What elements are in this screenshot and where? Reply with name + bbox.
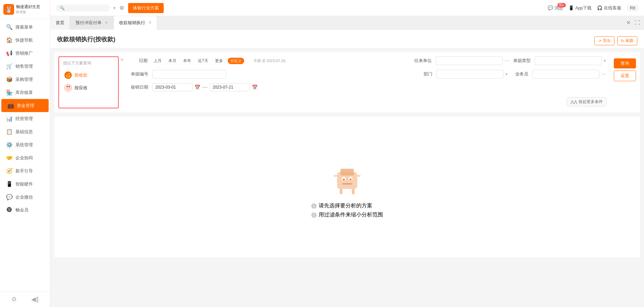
sidebar-item-finance-label: 资金管理 bbox=[17, 103, 34, 109]
wechat-icon: 💬 bbox=[6, 194, 13, 200]
sidebar-item-operations[interactable]: 📊 经营管理 bbox=[0, 112, 50, 125]
topbar-gear-icon[interactable]: ⚙ bbox=[119, 5, 124, 11]
form-row-3: 核销日期 📅 — 📅 bbox=[131, 83, 606, 91]
sidebar-item-wechat[interactable]: 💬 企业微信 bbox=[0, 191, 50, 204]
dept-select[interactable] bbox=[436, 70, 503, 79]
counterpart-dots-icon[interactable]: ··· bbox=[505, 58, 509, 64]
counterpart-input[interactable] bbox=[436, 56, 503, 65]
sidebar-item-system[interactable]: ⚙️ 系统管理 bbox=[0, 138, 50, 151]
sidebar-item-hardware[interactable]: 📱 智能硬件 bbox=[0, 177, 50, 191]
dept-label: 部门 bbox=[416, 71, 432, 77]
sidebar-item-inventory-label: 库存核算 bbox=[15, 90, 33, 96]
tip-num-1: 1 bbox=[311, 203, 317, 209]
refresh-btn[interactable]: ↻ 刷新 bbox=[617, 36, 637, 45]
close-tab-icon[interactable]: ✕ bbox=[625, 18, 632, 27]
hardware-icon: 📱 bbox=[6, 181, 13, 187]
sidebar-item-beginner[interactable]: 🧭 新手引导 bbox=[0, 164, 50, 177]
sidebar-item-beginner-label: 新手引导 bbox=[15, 168, 33, 174]
svg-point-4 bbox=[343, 178, 345, 181]
tip-text-2: 用过滤条件来缩小分析范围 bbox=[319, 211, 383, 218]
maximize-tab-icon[interactable]: ⛶ bbox=[633, 18, 641, 27]
sales-icon: 🛒 bbox=[6, 63, 13, 69]
sidebar-item-sales[interactable]: 🛒 销售管理 bbox=[0, 60, 50, 73]
collapse-more-label: 收起更多条件 bbox=[579, 99, 603, 105]
industry-btn[interactable]: 体验行业方案 bbox=[128, 3, 164, 13]
sidebar-item-quicknav[interactable]: 🏠 快捷导航 bbox=[0, 34, 50, 47]
settings-bottom-icon[interactable]: ⚙ bbox=[11, 296, 17, 303]
svg-rect-1 bbox=[340, 169, 354, 175]
sidebar-item-enterprise[interactable]: 🤝 企业协同 bbox=[0, 151, 50, 164]
filter-collapse-btn[interactable]: « bbox=[119, 52, 125, 110]
settings-btn[interactable]: 设置 bbox=[614, 70, 636, 81]
page-header: 收款核销执行(按收款) ↗ 导出 ↻ 刷新 bbox=[50, 30, 644, 48]
svg-rect-7 bbox=[340, 189, 342, 194]
date-btn-custom[interactable]: 自定义 bbox=[228, 58, 244, 64]
collapse-sidebar-icon[interactable]: ◀‖ bbox=[31, 296, 39, 303]
verify-date-start-input[interactable] bbox=[152, 83, 193, 91]
tab-prepay-label: 预付冲应付单 bbox=[75, 20, 102, 26]
svg-rect-6 bbox=[342, 183, 352, 185]
receivable-icon: ⏰ bbox=[64, 84, 72, 92]
system-icon: ⚙️ bbox=[6, 142, 13, 148]
voucher-type-select[interactable] bbox=[535, 56, 602, 65]
home-icon: 🏠 bbox=[6, 37, 13, 43]
export-btn[interactable]: ↗ 导出 bbox=[594, 36, 614, 45]
topbar-app[interactable]: 📱 App下载 bbox=[569, 5, 592, 11]
tab-home[interactable]: 首页 bbox=[50, 16, 70, 30]
sidebar-nav: 🔍 搜索菜单 🏠 快捷导航 📢 营销推广 🛒 销售管理 📦 采购管理 🏪 库存核… bbox=[0, 19, 50, 291]
filter-option-by-receipt[interactable]: 💰 按收款 bbox=[59, 69, 118, 82]
search-icon: 🔍 bbox=[6, 24, 13, 30]
sidebar-item-search-label: 搜索菜单 bbox=[15, 24, 33, 30]
sidebar-item-marketing[interactable]: 📢 营销推广 bbox=[0, 47, 50, 60]
date-btn-lastmonth[interactable]: 上月 bbox=[152, 57, 164, 64]
sidebar-item-vip[interactable]: 🅥 畅会员 bbox=[0, 204, 50, 216]
voucher-no-input[interactable] bbox=[152, 70, 226, 79]
cal-start-icon[interactable]: 📅 bbox=[195, 85, 200, 90]
date-btn-7days[interactable]: 近7天 bbox=[196, 57, 210, 64]
tab-receivable-close-icon[interactable]: ✕ bbox=[149, 20, 152, 25]
tab-prepay-close-icon[interactable]: ✕ bbox=[105, 20, 108, 25]
collapse-more-btn[interactable]: ⋀⋀ 收起更多条件 bbox=[567, 97, 606, 106]
enterprise-icon: 🤝 bbox=[6, 155, 13, 161]
page-title: 收款核销执行(按收款) bbox=[57, 35, 115, 47]
topbar-msg[interactable]: 💬 消息 99+ bbox=[548, 5, 563, 11]
sidebar-item-sales-label: 销售管理 bbox=[15, 63, 33, 69]
sidebar-item-search[interactable]: 🔍 搜索菜单 bbox=[0, 20, 50, 34]
date-btn-thismonth[interactable]: 本月 bbox=[166, 57, 178, 64]
beginner-icon: 🧭 bbox=[6, 168, 13, 174]
tab-prepay[interactable]: 预付冲应付单 ✕ bbox=[70, 16, 114, 30]
topbar-chevron-icon[interactable]: ▾ bbox=[113, 6, 115, 10]
svg-point-5 bbox=[350, 178, 352, 181]
sidebar-item-inventory[interactable]: 🏪 库存核算 bbox=[0, 86, 50, 99]
date-btn-thisyear[interactable]: 本年 bbox=[181, 57, 193, 64]
date-btn-more[interactable]: 更多 bbox=[213, 57, 225, 64]
voucher-type-chevron-icon: ▾ bbox=[604, 58, 606, 63]
topbar-service[interactable]: 🎧 在线客服 bbox=[597, 5, 621, 11]
topbar-search[interactable]: 🔍 bbox=[56, 4, 109, 12]
salesperson-dots-icon[interactable]: ··· bbox=[601, 71, 606, 77]
dept-chevron-icon: ▾ bbox=[505, 72, 507, 76]
query-btn[interactable]: 查询 bbox=[614, 58, 636, 68]
form-row-2: 单据编号 部门 ▾ 业务员 bbox=[131, 70, 606, 79]
verify-date-end-input[interactable] bbox=[210, 83, 250, 91]
salesperson-select-group: ··· bbox=[532, 70, 606, 79]
msg-icon: 💬 bbox=[548, 5, 553, 10]
salesperson-input[interactable] bbox=[532, 70, 599, 79]
empty-state: 1 请先选择要分析的方案 2 用过滤条件来缩小分析范围 bbox=[54, 116, 640, 257]
svg-rect-10 bbox=[357, 175, 361, 177]
sidebar-item-marketing-label: 营销推广 bbox=[15, 50, 33, 56]
sidebar-item-finance[interactable]: 💼 资金管理 bbox=[1, 99, 49, 112]
logo-text: 畅捷通好生意 bbox=[16, 4, 40, 10]
export-icon: ↗ bbox=[598, 39, 601, 43]
tabs-actions: ✕ ⛶ bbox=[625, 18, 644, 27]
vip-icon: 🅥 bbox=[6, 207, 13, 213]
cal-end-icon[interactable]: 📅 bbox=[252, 85, 258, 90]
sidebar-item-purchase[interactable]: 📦 采购管理 bbox=[0, 73, 50, 86]
topbar-user[interactable]: Rit bbox=[627, 4, 639, 11]
sidebar-item-basics[interactable]: 📋 基础信息 bbox=[0, 125, 50, 138]
tabs-bar: 首页 预付冲应付单 ✕ 收款核销执行 ✕ ✕ ⛶ bbox=[50, 16, 644, 30]
tab-receivable[interactable]: 收款核销执行 ✕ bbox=[114, 16, 157, 30]
filter-sidebar: 按以下方案查询 💰 按收款 ⏰ 按应收 bbox=[58, 56, 119, 108]
sidebar-item-wechat-label: 企业微信 bbox=[15, 194, 33, 200]
filter-option-by-receivable[interactable]: ⏰ 按应收 bbox=[59, 82, 118, 94]
